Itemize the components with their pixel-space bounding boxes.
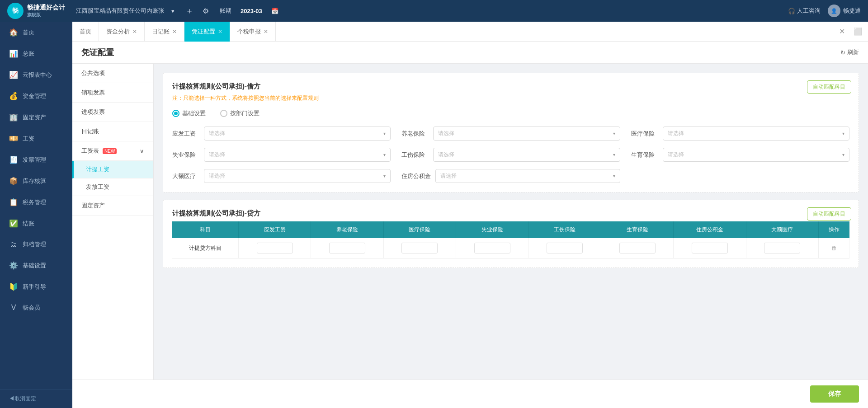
debit-section-note: 注：只能选择一种方式，系统将按照您当前的选择来配置规则 bbox=[172, 94, 849, 102]
payroll-icon: 💴 bbox=[9, 134, 18, 143]
tab-tax-declaration[interactable]: 个税申报 ✕ bbox=[230, 22, 276, 42]
table-row: 计提贷方科目 🗑 bbox=[172, 238, 849, 258]
user-menu[interactable]: 👤 畅捷通 bbox=[828, 5, 861, 17]
credit-table: 科目 应发工资 养老保险 医疗保险 失业保险 工伤保险 生育保险 住房公积金 大… bbox=[172, 221, 849, 258]
cancel-fixed-label: ◀取消固定 bbox=[9, 395, 36, 403]
sidebar-item-reports[interactable]: 📈 云报表中心 bbox=[0, 64, 72, 85]
input-unemployment[interactable] bbox=[474, 243, 510, 253]
inventory-icon: 📦 bbox=[9, 177, 18, 185]
app-name: 畅捷通好会计 bbox=[27, 4, 65, 12]
closing-icon: ✅ bbox=[9, 219, 18, 228]
field-injury: 工伤保险 请选择 ▾ bbox=[401, 148, 620, 162]
calendar-icon[interactable]: 📅 bbox=[271, 8, 278, 14]
sidebar-item-home[interactable]: 🏠 首页 bbox=[0, 22, 72, 43]
tab-close-funds[interactable]: ✕ bbox=[132, 28, 137, 35]
left-nav-journal[interactable]: 日记账 bbox=[72, 122, 153, 141]
cell-delete[interactable]: 🗑 bbox=[819, 238, 849, 258]
select-medical[interactable]: 请选择 ▾ bbox=[663, 127, 849, 141]
tab-close-tax[interactable]: ✕ bbox=[264, 28, 268, 35]
input-pension[interactable] bbox=[329, 243, 365, 253]
credit-auto-match-button[interactable]: 自动匹配科目 bbox=[807, 207, 851, 220]
col-gross-salary: 应发工资 bbox=[238, 221, 311, 238]
cell-pension bbox=[311, 238, 383, 258]
input-major-medical[interactable] bbox=[764, 243, 800, 253]
tab-funds-analysis[interactable]: 资金分析 ✕ bbox=[99, 22, 145, 42]
close-window-button[interactable]: ✕ bbox=[835, 25, 848, 38]
field-housing-fund: 住房公积金 请选择 ▾ bbox=[401, 169, 620, 183]
reports-icon: 📈 bbox=[9, 70, 18, 79]
company-dropdown-icon[interactable]: ▾ bbox=[171, 8, 175, 14]
sidebar-item-member[interactable]: V 畅会员 bbox=[0, 297, 72, 318]
page-title: 凭证配置 bbox=[81, 47, 114, 58]
tab-journal[interactable]: 日记账 ✕ bbox=[145, 22, 184, 42]
cell-injury bbox=[528, 238, 601, 258]
refresh-icon: ↻ bbox=[840, 49, 845, 56]
app-subtitle: 旗舰版 bbox=[27, 12, 65, 18]
select-arrow-icon: ▾ bbox=[383, 152, 386, 157]
radio-basic-circle bbox=[172, 110, 179, 117]
select-gross-salary[interactable]: 请选择 ▾ bbox=[204, 127, 391, 141]
select-arrow-icon: ▾ bbox=[613, 152, 615, 157]
sidebar-item-ledger[interactable]: 📊 总账 bbox=[0, 43, 72, 64]
sidebar-item-payroll[interactable]: 💴 工资 bbox=[0, 128, 72, 149]
debit-section-title: 计提核算规则(公司承担)-借方 bbox=[172, 82, 849, 91]
left-nav-sales-invoice[interactable]: 销项发票 bbox=[72, 83, 153, 103]
member-icon: V bbox=[9, 304, 18, 312]
tab-close-voucher[interactable]: ✕ bbox=[218, 28, 222, 35]
col-injury: 工伤保险 bbox=[528, 221, 601, 238]
debit-section: 计提核算规则(公司承担)-借方 注：只能选择一种方式，系统将按照您当前的选择来配… bbox=[163, 73, 859, 192]
tab-close-journal[interactable]: ✕ bbox=[172, 28, 177, 35]
period-value[interactable]: 2023-03 bbox=[241, 8, 262, 14]
debit-auto-match-button[interactable]: 自动匹配科目 bbox=[807, 80, 851, 94]
company-name: 江西服宝精品有限责任公司内账张 bbox=[76, 7, 164, 15]
new-badge: NEW bbox=[103, 148, 117, 154]
left-nav-fixed-assets[interactable]: 固定资产 bbox=[72, 196, 153, 216]
input-housing[interactable] bbox=[692, 243, 728, 253]
sidebar-item-invoice[interactable]: 🧾 发票管理 bbox=[0, 149, 72, 170]
sidebar-item-closing[interactable]: ✅ 结账 bbox=[0, 213, 72, 234]
left-nav-public[interactable]: 公共选项 bbox=[72, 64, 153, 83]
left-nav-accrual[interactable]: 计提工资 bbox=[72, 161, 153, 178]
settings-icon[interactable]: ⚙ bbox=[203, 7, 209, 15]
sidebar-item-inventory[interactable]: 📦 库存核算 bbox=[0, 170, 72, 192]
sidebar-item-fixed-assets[interactable]: 🏢 固定资产 bbox=[0, 107, 72, 128]
sidebar-item-funds[interactable]: 💰 资金管理 bbox=[0, 85, 72, 107]
select-housing-fund[interactable]: 请选择 ▾ bbox=[435, 169, 620, 183]
cell-unemployment bbox=[456, 238, 528, 258]
input-injury[interactable] bbox=[547, 243, 583, 253]
col-major-medical: 大额医疗 bbox=[746, 221, 818, 238]
expand-window-button[interactable]: ⬜ bbox=[852, 25, 864, 38]
left-nav-payout[interactable]: 发放工资 bbox=[72, 178, 153, 196]
input-maternity[interactable] bbox=[619, 243, 656, 253]
tab-home[interactable]: 首页 bbox=[72, 22, 99, 42]
ledger-icon: 📊 bbox=[9, 49, 18, 58]
avatar: 👤 bbox=[828, 5, 840, 17]
input-gross[interactable] bbox=[257, 243, 293, 253]
cell-major-medical bbox=[746, 238, 818, 258]
refresh-button[interactable]: ↻ 刷新 bbox=[840, 48, 859, 56]
sidebar-item-guide[interactable]: 🔰 新手引导 bbox=[0, 276, 72, 297]
col-action: 操作 bbox=[819, 221, 849, 238]
left-nav-purchase-invoice[interactable]: 进项发票 bbox=[72, 103, 153, 122]
save-button[interactable]: 保存 bbox=[810, 385, 859, 403]
cancel-fixed-button[interactable]: ◀取消固定 bbox=[0, 389, 72, 408]
sidebar-item-tax[interactable]: 📋 税务管理 bbox=[0, 192, 72, 213]
select-major-medical[interactable]: 请选择 ▾ bbox=[204, 169, 391, 183]
add-account-icon[interactable]: ＋ bbox=[185, 5, 193, 16]
left-nav-payroll-group[interactable]: 工资表 NEW ∨ bbox=[72, 141, 153, 161]
service-button[interactable]: 🎧 人工咨询 bbox=[788, 7, 821, 15]
col-housing-fund: 住房公积金 bbox=[674, 221, 746, 238]
select-pension[interactable]: 请选择 ▾ bbox=[433, 127, 620, 141]
tab-voucher-config[interactable]: 凭证配置 ✕ bbox=[184, 22, 230, 42]
radio-by-dept[interactable]: 按部门设置 bbox=[220, 109, 259, 117]
sidebar-item-settings[interactable]: ⚙️ 基础设置 bbox=[0, 255, 72, 276]
select-maternity[interactable]: 请选择 ▾ bbox=[663, 148, 849, 162]
cell-medical bbox=[383, 238, 456, 258]
select-unemployment[interactable]: 请选择 ▾ bbox=[204, 148, 391, 162]
sidebar-item-archive[interactable]: 🗂 归档管理 bbox=[0, 234, 72, 255]
input-medical[interactable] bbox=[401, 243, 438, 253]
select-arrow-icon: ▾ bbox=[383, 131, 386, 136]
radio-basic[interactable]: 基础设置 bbox=[172, 109, 206, 117]
select-injury[interactable]: 请选择 ▾ bbox=[433, 148, 620, 162]
settings-sidebar-icon: ⚙️ bbox=[9, 261, 18, 270]
